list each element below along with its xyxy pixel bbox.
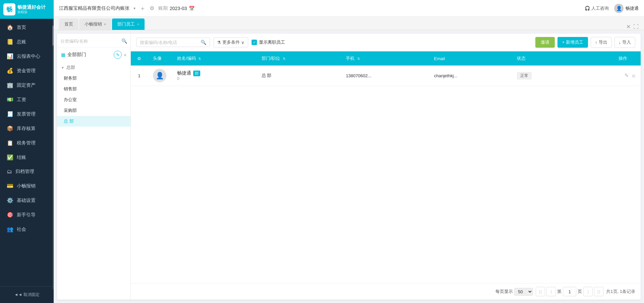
- filter-button[interactable]: ⚗ 更多条件 ∨: [213, 37, 248, 47]
- sidebar-bottom: ◄◄ 取消固定: [0, 286, 54, 303]
- filter-label: 更多条件: [222, 39, 240, 45]
- calendar-icon[interactable]: 📅: [189, 6, 195, 11]
- archive-icon: 🗂: [7, 169, 12, 175]
- col-email-label: Email: [434, 56, 445, 61]
- sidebar-item-social[interactable]: 👥 社会: [0, 222, 54, 236]
- dept-search-icon[interactable]: 🔍: [121, 38, 127, 44]
- prev-page-button[interactable]: ⟨: [546, 287, 556, 296]
- next-page-button[interactable]: ⟩: [583, 287, 593, 296]
- sidebar-item-label: 工资: [17, 97, 26, 103]
- col-avatar: 头像: [148, 51, 172, 66]
- cancel-fixed-button[interactable]: ◄◄ 取消固定: [3, 290, 50, 300]
- col-phone[interactable]: 手机 ⇅: [340, 51, 429, 66]
- user-info[interactable]: 👤 畅捷通: [614, 4, 639, 13]
- col-name[interactable]: 姓名/编码 ⇅: [172, 51, 256, 66]
- tab-employee-close[interactable]: ×: [137, 22, 139, 26]
- last-page-button[interactable]: ⟩⟩: [594, 287, 603, 296]
- dept-search-input[interactable]: [60, 39, 120, 44]
- page-nav: ⟨⟨ ⟨ 第 页 ⟩ ⟩⟩: [536, 287, 603, 296]
- dept-tree-parent-item[interactable]: ▼ 总部: [57, 62, 130, 73]
- tab-home[interactable]: 首页: [59, 18, 78, 30]
- sidebar-item-label: 库存核算: [17, 126, 36, 132]
- company-name[interactable]: 江西服宝精品有限责任公司内账张: [59, 5, 129, 11]
- dept-collapse-icon[interactable]: «: [124, 52, 126, 57]
- employee-dept-badge: 部: [193, 71, 200, 76]
- first-page-button[interactable]: ⟨⟨: [536, 287, 545, 296]
- close-window-icon[interactable]: ✕: [626, 24, 631, 30]
- dept-tree-item-office[interactable]: 办公室: [57, 94, 130, 105]
- reports-icon: 📊: [7, 53, 13, 59]
- sidebar-scrollbar-thumb: [52, 26, 54, 46]
- maximize-icon[interactable]: ⛶: [633, 24, 639, 30]
- company-dropdown-icon[interactable]: ▾: [133, 6, 136, 11]
- resigned-checkbox[interactable]: ✓: [252, 40, 257, 45]
- show-resigned-toggle[interactable]: ✓ 显示离职员工: [252, 39, 285, 45]
- filter-icon: ⚗: [217, 40, 221, 45]
- sidebar-item-label: 归档管理: [15, 169, 34, 175]
- col-status-label: 状态: [517, 56, 526, 61]
- dept-edit-button[interactable]: ✎: [114, 51, 122, 59]
- employee-table-wrapper: ⚙ 头像 姓名/编码 ⇅ 部门/职位 ⇅: [131, 51, 641, 283]
- checkout-icon: ✅: [7, 154, 13, 161]
- sidebar-item-assets[interactable]: 🏢 固定资产: [0, 78, 54, 92]
- delete-employee-icon[interactable]: ⎋: [632, 73, 635, 79]
- sidebar-item-invoice[interactable]: 🧾 发票管理: [0, 107, 54, 121]
- col-dept[interactable]: 部门/职位 ⇅: [256, 51, 341, 66]
- topbar-settings-icon[interactable]: ⚙: [150, 5, 154, 11]
- sidebar-item-tax[interactable]: 📋 税务管理: [0, 136, 54, 150]
- sidebar-item-expense[interactable]: 💳 小畅报销: [0, 179, 54, 193]
- sidebar-item-settings[interactable]: ⚙️ 基础设置: [0, 193, 54, 208]
- sidebar-item-funds[interactable]: 💰 资金管理: [0, 63, 54, 78]
- page-number-input[interactable]: [563, 287, 576, 296]
- dept-tree-item-sales[interactable]: 销售部: [57, 84, 130, 94]
- logo-text-block: 畅捷通好会计 旗舰版: [17, 4, 46, 15]
- right-panel: 🔍 ⚗ 更多条件 ∨ ✓ 显示离职员工 邀请 + 新增员工 ↑ 导出: [131, 34, 641, 300]
- tax-icon: 📋: [7, 140, 13, 146]
- dept-tree-item-general[interactable]: 总 部: [57, 116, 130, 127]
- import-button[interactable]: ↓ 导入: [614, 37, 636, 48]
- sidebar-item-checkout[interactable]: ✅ 结账: [0, 150, 54, 165]
- sidebar-scrollbar[interactable]: [52, 19, 54, 290]
- page-word: 第: [557, 289, 561, 295]
- sidebar-item-home[interactable]: 🏠 首页: [0, 20, 54, 35]
- export-button[interactable]: ↑ 导出: [591, 37, 612, 48]
- sidebar-item-reports[interactable]: 📊 云报表中心: [0, 49, 54, 63]
- employee-name-text: 畅捷通: [177, 70, 191, 76]
- tab-expense[interactable]: 小畅报销 ×: [79, 18, 111, 30]
- pagination: 每页显示 10 20 50 100 ⟨⟨ ⟨ 第 页 ⟩ ⟩⟩: [131, 283, 641, 300]
- sidebar-item-ledger[interactable]: 📒 总账: [0, 35, 54, 49]
- page-size-select[interactable]: 10 20 50 100: [514, 288, 533, 296]
- col-settings[interactable]: ⚙: [131, 51, 148, 66]
- employee-search-input[interactable]: [140, 40, 199, 45]
- dept-tree-item-purchase[interactable]: 采购部: [57, 105, 130, 116]
- dept-sales-label: 销售部: [64, 86, 77, 92]
- import-label: 导入: [622, 39, 631, 45]
- assets-icon: 🏢: [7, 82, 13, 88]
- sidebar-item-label: 小畅报销: [17, 183, 36, 189]
- invite-button[interactable]: 邀请: [535, 37, 555, 48]
- row-name-cell: 畅捷通 部 0: [172, 66, 256, 86]
- dept-all-label[interactable]: 全部部门: [67, 52, 86, 58]
- tab-employee[interactable]: 部门员工 ×: [112, 18, 144, 30]
- employee-avatar: 👤: [153, 69, 166, 82]
- sidebar-item-archive[interactable]: 🗂 归档管理: [0, 165, 54, 179]
- tab-expense-close[interactable]: ×: [104, 22, 106, 26]
- page-label: 页: [578, 289, 582, 295]
- employee-search-icon[interactable]: 🔍: [201, 40, 206, 45]
- edit-employee-icon[interactable]: ✎: [625, 73, 629, 79]
- sidebar-item-label: 资金管理: [17, 68, 36, 74]
- sidebar-item-salary[interactable]: 💵 工资: [0, 92, 54, 107]
- import-icon: ↓: [619, 40, 621, 45]
- col-phone-label: 手机: [346, 56, 355, 61]
- col-email: Email: [429, 51, 512, 66]
- sidebar-item-guide[interactable]: 🎯 新手引导: [0, 208, 54, 222]
- sidebar-item-inventory[interactable]: 📦 库存核算: [0, 121, 54, 136]
- add-employee-button[interactable]: + 新增员工: [557, 37, 588, 48]
- phone-sort-icon: ⇅: [357, 57, 360, 60]
- add-tab-icon[interactable]: ＋: [140, 4, 146, 12]
- dept-tree-item-finance[interactable]: 财务部: [57, 73, 130, 84]
- logo-title: 畅捷通好会计: [17, 4, 46, 10]
- sidebar-item-label: 结账: [17, 155, 26, 161]
- resigned-label: 显示离职员工: [259, 39, 285, 45]
- service-button[interactable]: 🎧 人工咨询: [585, 5, 609, 11]
